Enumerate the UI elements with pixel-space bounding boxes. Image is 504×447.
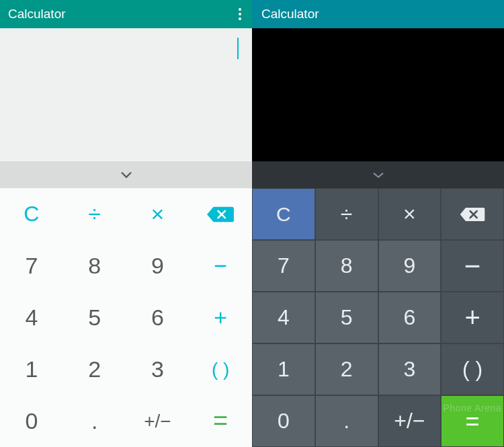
chevron-down-icon xyxy=(117,165,136,184)
plus-button[interactable]: + xyxy=(442,292,503,343)
title-bar: Calculator xyxy=(252,0,504,28)
backspace-button[interactable] xyxy=(442,189,503,239)
divide-button[interactable]: ÷ xyxy=(316,189,378,239)
backspace-icon xyxy=(206,206,235,223)
digit-9-button[interactable]: 9 xyxy=(379,241,441,291)
app-title: Calculator xyxy=(8,7,66,22)
digit-6-button[interactable]: 6 xyxy=(126,292,190,343)
decimal-button[interactable]: . xyxy=(63,395,126,447)
digit-6-button[interactable]: 6 xyxy=(379,292,441,343)
backspace-icon xyxy=(459,206,486,223)
title-bar: Calculator xyxy=(0,0,252,28)
digit-7-button[interactable]: 7 xyxy=(0,240,63,292)
digit-3-button[interactable]: 3 xyxy=(379,344,441,395)
plus-minus-button[interactable]: +/− xyxy=(126,395,190,447)
digit-5-button[interactable]: 5 xyxy=(316,292,378,343)
text-cursor xyxy=(237,38,239,59)
calculator-left: Calculator C ÷ × 7 8 9 xyxy=(0,0,252,447)
minus-button[interactable]: − xyxy=(442,241,503,291)
app-title: Calculator xyxy=(261,7,319,22)
digit-0-button[interactable]: 0 xyxy=(0,395,63,447)
digit-3-button[interactable]: 3 xyxy=(126,343,190,395)
expand-handle[interactable] xyxy=(252,161,504,188)
digit-5-button[interactable]: 5 xyxy=(63,292,126,343)
digit-9-button[interactable]: 9 xyxy=(126,240,190,292)
clear-button[interactable]: C xyxy=(0,188,63,240)
calculator-right: Calculator C ÷ × 7 8 9 − 4 5 6 + xyxy=(252,0,504,447)
expand-handle[interactable] xyxy=(0,161,252,188)
digit-1-button[interactable]: 1 xyxy=(253,344,314,395)
divide-button[interactable]: ÷ xyxy=(63,188,126,240)
digit-8-button[interactable]: 8 xyxy=(316,241,378,291)
digit-0-button[interactable]: 0 xyxy=(253,396,314,446)
keypad: C ÷ × 7 8 9 − 4 5 6 + 1 2 3 ( ) 0 . +/− xyxy=(252,188,504,447)
plus-minus-button[interactable]: +/− xyxy=(379,396,441,446)
chevron-down-icon xyxy=(369,165,388,184)
overflow-menu-icon[interactable] xyxy=(236,5,244,23)
digit-1-button[interactable]: 1 xyxy=(0,343,63,395)
digit-2-button[interactable]: 2 xyxy=(63,343,126,395)
equals-button[interactable]: = xyxy=(189,395,252,447)
digit-8-button[interactable]: 8 xyxy=(63,240,126,292)
digit-7-button[interactable]: 7 xyxy=(253,241,314,291)
backspace-button[interactable] xyxy=(189,188,252,240)
keypad: C ÷ × 7 8 9 − 4 5 6 + 1 2 3 ( ) 0 . +/− xyxy=(0,188,252,447)
decimal-button[interactable]: . xyxy=(316,396,378,446)
calc-display[interactable] xyxy=(0,28,252,161)
digit-2-button[interactable]: 2 xyxy=(316,344,378,395)
multiply-button[interactable]: × xyxy=(379,189,441,239)
parentheses-button[interactable]: ( ) xyxy=(442,344,503,395)
calc-display[interactable] xyxy=(252,28,504,161)
plus-button[interactable]: + xyxy=(189,292,252,343)
equals-button[interactable]: = xyxy=(442,396,503,446)
minus-button[interactable]: − xyxy=(189,240,252,292)
multiply-button[interactable]: × xyxy=(126,188,190,240)
digit-4-button[interactable]: 4 xyxy=(253,292,314,343)
digit-4-button[interactable]: 4 xyxy=(0,292,63,343)
parentheses-button[interactable]: ( ) xyxy=(189,343,252,395)
clear-button[interactable]: C xyxy=(253,189,314,239)
